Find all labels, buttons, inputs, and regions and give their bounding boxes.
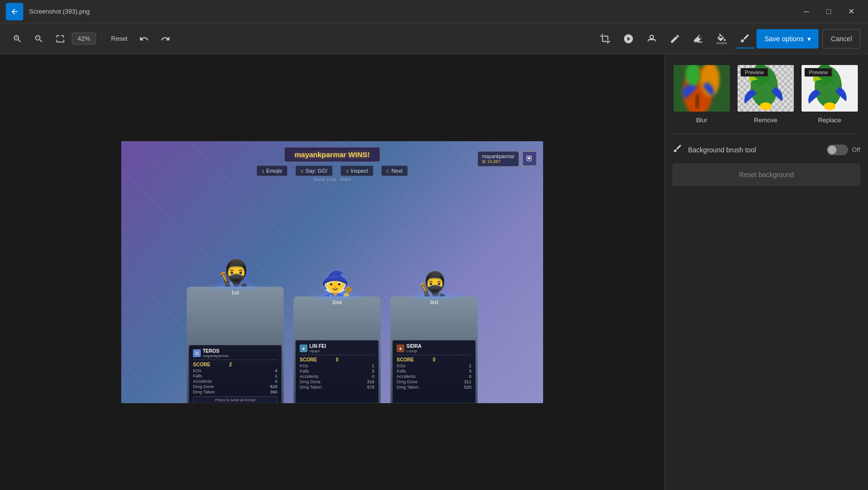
- svg-point-16: [760, 102, 772, 110]
- zoom-out-icon: [34, 34, 44, 44]
- maximize-button[interactable]: □: [818, 4, 840, 19]
- game-podium: 🥷 1st ⊟ TEROS mayankparmar: [121, 155, 543, 403]
- reset-button[interactable]: Reset: [106, 29, 132, 49]
- brush-tool-toggle[interactable]: [827, 145, 848, 155]
- toolbar-right: Save options ▾ Cancel: [756, 29, 860, 49]
- crop-button[interactable]: [595, 29, 615, 49]
- preview-badge-remove: Preview: [740, 68, 768, 77]
- svg-point-23: [824, 102, 836, 110]
- bg-label-remove: Remove: [754, 116, 777, 124]
- toolbar: 42% Reset: [0, 23, 868, 54]
- player-3-stats: ◈ SIDRA Looop SCORE 0 KOs2 Falls3 Accide…: [392, 340, 476, 403]
- brush-icon: [673, 144, 682, 156]
- right-panel: Blur: [664, 54, 868, 490]
- effects-button[interactable]: [735, 29, 755, 49]
- back-button[interactable]: [6, 3, 23, 20]
- window-controls: ─ □ ✕: [795, 4, 862, 19]
- redo-icon: [161, 34, 170, 44]
- zoom-in-icon: [13, 34, 22, 44]
- back-icon: [10, 7, 19, 16]
- bg-option-blur[interactable]: Blur: [673, 64, 731, 124]
- save-options-button[interactable]: Save options ▾: [756, 29, 819, 49]
- close-button[interactable]: ✕: [840, 4, 862, 19]
- brush-tool-row: Background brush tool Off: [673, 144, 860, 156]
- stamp-button[interactable]: [642, 29, 661, 49]
- bg-option-replace[interactable]: Preview Replace: [801, 64, 859, 124]
- preview-badge-replace: Preview: [804, 68, 832, 77]
- zoom-out-button[interactable]: [29, 29, 48, 49]
- toolbar-left: 42% Reset: [8, 29, 594, 49]
- erase-button[interactable]: [689, 29, 708, 49]
- player-1-stats: ⊟ TEROS mayankparmar SCORE 2 KOs4 Falls1…: [189, 345, 282, 403]
- zoom-fit-button[interactable]: [50, 29, 70, 49]
- podium-3rd: 3rd ◈ SIDRA Looop SCORE 0 KOs2: [390, 296, 478, 403]
- bg-label-blur: Blur: [696, 116, 707, 124]
- blur-preview-image: [674, 65, 731, 113]
- window-title: Screenshot (393).png: [29, 8, 795, 15]
- brush-tool-label: Background brush tool: [688, 146, 821, 154]
- main-content: mayankparmar WINS! mayankparmar ⊞ 16,887…: [0, 54, 868, 490]
- zoom-in-button[interactable]: [8, 29, 27, 49]
- fill-button[interactable]: [712, 29, 731, 49]
- save-options-label: Save options: [764, 35, 804, 43]
- reset-background-button[interactable]: Reset background: [673, 163, 860, 186]
- toggle-knob: [828, 146, 836, 154]
- bg-thumb-blur[interactable]: [673, 64, 731, 113]
- player-2-stats: ◈ LIN FEI rajays SCORE 0 KOs1 Falls3 Acc…: [295, 340, 379, 403]
- bg-thumb-replace[interactable]: Preview: [801, 64, 859, 113]
- draw-button[interactable]: [665, 29, 685, 49]
- rank-2nd: 2nd: [332, 299, 342, 305]
- panel-divider: [673, 133, 860, 134]
- toolbar-center: [595, 29, 755, 49]
- draw-icon: [670, 33, 680, 44]
- minimize-button[interactable]: ─: [795, 4, 818, 19]
- adjust-button[interactable]: [619, 29, 638, 49]
- canvas-area: mayankparmar WINS! mayankparmar ⊞ 16,887…: [0, 54, 664, 490]
- effects-icon: [739, 33, 750, 44]
- crop-icon: [600, 33, 611, 44]
- image-canvas: mayankparmar WINS! mayankparmar ⊞ 16,887…: [121, 141, 543, 403]
- toggle-state-label: Off: [852, 146, 860, 153]
- title-bar: Screenshot (393).png ─ □ ✕: [0, 0, 868, 23]
- erase-icon: [693, 33, 704, 44]
- rank-3rd: 3rd: [430, 299, 438, 305]
- undo-icon: [139, 34, 149, 44]
- zoom-value-display: 42%: [72, 33, 96, 45]
- background-options: Blur: [673, 64, 860, 124]
- zoom-fit-icon: [55, 34, 65, 44]
- stamp-icon: [646, 33, 657, 44]
- bg-option-remove[interactable]: Preview Remove: [737, 64, 795, 124]
- toolbar-divider-1: [101, 32, 101, 46]
- rank-1st: 1st: [231, 290, 239, 295]
- undo-button[interactable]: [134, 29, 154, 49]
- podium-1st: 1st ⊟ TEROS mayankparmar SCORE: [187, 287, 284, 403]
- redo-button[interactable]: [156, 29, 175, 49]
- adjust-icon: [623, 33, 634, 44]
- bg-label-replace: Replace: [818, 116, 841, 124]
- svg-rect-4: [695, 94, 699, 109]
- bg-thumb-remove[interactable]: Preview: [737, 64, 795, 113]
- cancel-button[interactable]: Cancel: [822, 29, 860, 49]
- chevron-down-icon: ▾: [807, 35, 811, 43]
- podium-2nd: 2nd ◈ LIN FEI rajays SCORE 0 K: [293, 296, 381, 403]
- toggle-container[interactable]: Off: [827, 145, 860, 155]
- fill-icon: [716, 33, 727, 44]
